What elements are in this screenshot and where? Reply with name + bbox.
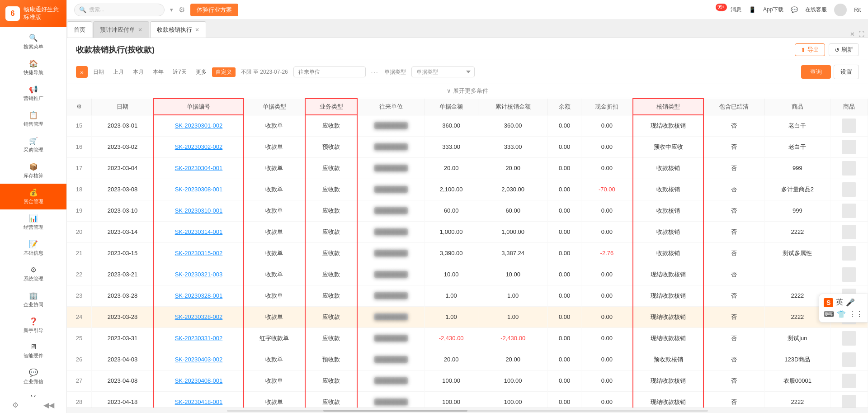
sidebar-item-sales[interactable]: 📋 销售管理 — [0, 106, 66, 132]
table-row[interactable]: 20 2023-03-14 SK-20230314-001 收款单 应收款 ██… — [67, 221, 868, 242]
float-s-icon[interactable]: S — [824, 298, 833, 307]
float-mic-icon[interactable]: 🎤 — [846, 298, 855, 307]
settings-icon[interactable]: ⚙ — [12, 401, 19, 409]
sidebar-item-basic[interactable]: 📝 基础信息 — [0, 235, 66, 261]
tab-collection[interactable]: 收款核销执行 ✕ — [150, 21, 206, 38]
dropdown-icon[interactable]: ▾ — [170, 6, 173, 13]
date-opt-this-month[interactable]: 本月 — [129, 67, 147, 77]
table-row[interactable]: 17 2023-03-04 SK-20230304-001 收款单 应收款 ██… — [67, 157, 868, 179]
table-row[interactable]: 21 2023-03-15 SK-20230315-002 收款单 应收款 ██… — [67, 242, 868, 264]
doc-type-select[interactable]: 单据类型 — [411, 66, 475, 77]
col-gear[interactable]: ⚙ — [67, 99, 92, 115]
row-doc-no[interactable]: SK-20230403-002 — [154, 349, 244, 370]
collapse-icon[interactable]: ◀◀ — [43, 401, 54, 409]
date-opt-more[interactable]: 更多 — [192, 67, 210, 77]
row-doc-type: 收款单 — [244, 349, 305, 370]
col-cumulative[interactable]: 累计核销金额 — [478, 99, 548, 115]
sidebar-item-operations[interactable]: 📊 经营管理 — [0, 209, 66, 235]
row-doc-no[interactable]: SK-20230304-001 — [154, 157, 244, 179]
row-doc-no[interactable]: SK-20230310-001 — [154, 200, 244, 221]
col-date[interactable]: 日期 — [92, 99, 154, 115]
row-cancel-type: 收款核销 — [633, 179, 703, 200]
sidebar-item-enterprise[interactable]: 🏢 企业协同 — [0, 287, 66, 313]
sidebar-item-member[interactable]: V 畅会员 — [0, 389, 66, 397]
table-row[interactable]: 18 2023-03-08 SK-20230308-001 收款单 应收款 ██… — [67, 179, 868, 200]
filter-toggle-btn[interactable]: » — [76, 66, 88, 78]
row-doc-no[interactable]: SK-20230301-002 — [154, 115, 244, 136]
tab-home[interactable]: 首页 — [67, 21, 92, 38]
row-doc-no[interactable]: SK-20230321-003 — [154, 264, 244, 285]
date-opt-7days[interactable]: 近7天 — [169, 67, 190, 77]
row-cumulative: 3,387.24 — [478, 242, 548, 264]
row-doc-no[interactable]: SK-20230328-002 — [154, 306, 244, 328]
row-doc-no[interactable]: SK-20230418-001 — [154, 391, 244, 408]
message-icon-wrap[interactable]: ✉ 99+ — [718, 6, 723, 13]
col-include-settled[interactable]: 包含已结清 — [703, 99, 764, 115]
col-goods2[interactable]: 商品 — [830, 99, 868, 115]
col-goods[interactable]: 商品 — [764, 99, 830, 115]
maximize-icon[interactable]: ⛶ — [859, 31, 864, 38]
query-button[interactable]: 查询 — [801, 65, 831, 79]
col-biz-type[interactable]: 业务类型 — [305, 99, 358, 115]
table-row[interactable]: 22 2023-03-21 SK-20230321-003 收款单 应收款 ██… — [67, 264, 868, 285]
row-doc-no[interactable]: SK-20230328-001 — [154, 285, 244, 306]
row-doc-no[interactable]: SK-20230314-001 — [154, 221, 244, 242]
sidebar-item-guide[interactable]: ❓ 新手引导 — [0, 313, 66, 338]
expand-conditions-bar[interactable]: ∨ 展开更多条件 — [67, 84, 868, 98]
row-counterpart: ████████ — [357, 200, 425, 221]
table-row[interactable]: 23 2023-03-28 SK-20230328-001 收款单 应收款 ██… — [67, 285, 868, 306]
date-opt-custom[interactable]: 自定义 — [212, 67, 236, 77]
col-doc-type[interactable]: 单据类型 — [244, 99, 305, 115]
search-box[interactable]: 🔍 搜索... — [74, 4, 165, 16]
sidebar-item-shortcut[interactable]: 🏠 快捷导航 — [0, 55, 66, 81]
gear-icon[interactable]: ⚙ — [179, 5, 185, 14]
row-goods-img — [830, 157, 868, 179]
tab-prepay-close[interactable]: ✕ — [138, 27, 142, 33]
app-label[interactable]: App下载 — [763, 6, 783, 14]
industry-btn[interactable]: 体验行业方案 — [190, 4, 238, 16]
table-row[interactable]: 24 2023-03-28 SK-20230328-002 收款单 应收款 ██… — [67, 306, 868, 328]
float-text-icon[interactable]: 英 — [836, 298, 843, 307]
table-row[interactable]: 15 2023-03-01 SK-20230301-002 收款单 应收款 ██… — [67, 115, 868, 136]
sidebar-item-purchase[interactable]: 🛒 采购管理 — [0, 132, 66, 158]
sidebar-item-search[interactable]: 🔍 搜索菜单 — [0, 29, 66, 55]
row-doc-no[interactable]: SK-20230315-002 — [154, 242, 244, 264]
col-counterpart[interactable]: 往来单位 — [357, 99, 425, 115]
sidebar-item-inventory[interactable]: 📦 库存核算 — [0, 158, 66, 184]
table-row[interactable]: 26 2023-04-03 SK-20230403-002 收款单 预收款 ██… — [67, 349, 868, 370]
row-doc-no[interactable]: SK-20230302-002 — [154, 136, 244, 157]
col-amount[interactable]: 单据金额 — [425, 99, 478, 115]
close-window-icon[interactable]: ✕ — [850, 31, 855, 38]
service-label[interactable]: 在线客服 — [805, 6, 827, 14]
refresh-button[interactable]: ↺ 刷新 — [829, 43, 859, 56]
table-row[interactable]: 27 2023-04-08 SK-20230408-001 收款单 应收款 ██… — [67, 370, 868, 391]
sidebar-item-hardware[interactable]: 🖥 智能硬件 — [0, 338, 66, 364]
tab-prepay[interactable]: 预计冲应付单 ✕ — [93, 21, 149, 38]
table-row[interactable]: 19 2023-03-10 SK-20230310-001 收款单 应收款 ██… — [67, 200, 868, 221]
sidebar-item-system[interactable]: ⚙ 系统管理 — [0, 261, 66, 287]
table-settings-button[interactable]: 设置 — [834, 65, 859, 79]
user-avatar[interactable] — [834, 4, 847, 16]
row-doc-no[interactable]: SK-20230331-002 — [154, 328, 244, 349]
row-doc-no[interactable]: SK-20230408-001 — [154, 370, 244, 391]
export-button[interactable]: ⬆ 导出 — [795, 43, 825, 56]
float-grid-icon[interactable]: ⋮⋮ — [849, 310, 863, 318]
tab-collection-close[interactable]: ✕ — [195, 27, 199, 33]
float-shirt-icon[interactable]: 👕 — [837, 310, 846, 318]
float-keyboard-icon[interactable]: ⌨ — [824, 310, 834, 318]
col-cancel-type[interactable]: 核销类型 — [633, 99, 703, 115]
counterpart-input[interactable] — [293, 66, 366, 77]
sidebar-item-marketing[interactable]: 📢 营销推广 — [0, 81, 66, 106]
date-opt-last-month[interactable]: 上月 — [109, 67, 127, 77]
col-discount[interactable]: 现金折扣 — [581, 99, 633, 115]
col-balance[interactable]: 余额 — [548, 99, 581, 115]
date-opt-this-year[interactable]: 本年 — [149, 67, 167, 77]
search-label: 搜索菜单 — [24, 43, 43, 50]
table-row[interactable]: 28 2023-04-18 SK-20230418-001 收款单 应收款 ██… — [67, 391, 868, 408]
col-doc-no[interactable]: 单据编号 — [154, 99, 244, 115]
sidebar-item-wechat[interactable]: 💬 企业微信 — [0, 364, 66, 389]
table-row[interactable]: 16 2023-03-02 SK-20230302-002 收款单 预收款 ██… — [67, 136, 868, 157]
row-doc-no[interactable]: SK-20230308-001 — [154, 179, 244, 200]
table-row[interactable]: 25 2023-03-31 SK-20230331-002 红字收款单 应收款 … — [67, 328, 868, 349]
sidebar-item-finance[interactable]: 💰 资金管理 — [0, 184, 66, 209]
